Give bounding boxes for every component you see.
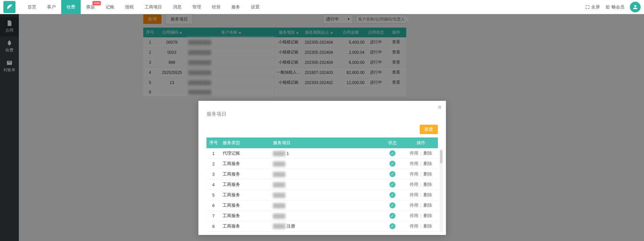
cell-status: ✓ — [381, 169, 404, 179]
col-header: 操作 — [404, 137, 438, 148]
cell-idx: 4 — [206, 179, 221, 190]
cell-proj: ████ — [271, 190, 381, 200]
top-nav: 首页客户收费票据new记账报税工商项目消息管理经营服务设置 全屏 畅会员 — [0, 0, 644, 14]
cell-idx: 3 — [206, 169, 221, 179]
delete-link[interactable]: 删除 — [421, 192, 434, 197]
cell-status: ✓ — [381, 211, 404, 221]
cell-type: 工商服务 — [221, 200, 271, 211]
disable-link[interactable]: 停用 — [408, 213, 420, 218]
disable-link[interactable]: 停用 — [408, 182, 420, 187]
table-row: 8工商服务████ 注册✓停用|删除 — [206, 221, 438, 232]
menu-item-1[interactable]: 客户 — [42, 0, 61, 14]
cell-actions: 停用|删除 — [404, 148, 438, 159]
cell-actions: 停用|删除 — [404, 159, 438, 169]
col-header: 状态 — [381, 137, 404, 148]
disable-link[interactable]: 停用 — [408, 203, 420, 208]
menu-item-5[interactable]: 报税 — [120, 0, 139, 14]
layout: 合同收费对账单 新增 服务项目 进行中 ▼ 序号合同编码客户名称服务项目服务期限… — [0, 14, 644, 241]
check-icon: ✓ — [389, 171, 395, 177]
cell-idx: 7 — [206, 211, 221, 221]
menu-item-6[interactable]: 工商项目 — [139, 0, 167, 14]
delete-link[interactable]: 删除 — [421, 151, 434, 156]
service-project-modal: × 服务项目 新建 序号服务类型服务项目状态操作 1代理记账████ 1✓停用|… — [198, 101, 446, 235]
cell-idx: 5 — [206, 190, 221, 200]
menu-item-10[interactable]: 服务 — [226, 0, 245, 14]
check-icon: ✓ — [389, 150, 395, 156]
delete-link[interactable]: 删除 — [421, 224, 434, 229]
table-row: 7工商服务████✓停用|删除 — [206, 211, 438, 221]
cell-proj: ████ — [271, 200, 381, 211]
cell-idx: 1 — [206, 148, 221, 159]
menu-item-7[interactable]: 消息 — [167, 0, 187, 14]
menu-item-4[interactable]: 记账 — [100, 0, 120, 14]
menu-item-0[interactable]: 首页 — [22, 0, 42, 14]
delete-link[interactable]: 删除 — [421, 203, 434, 208]
service-table: 序号服务类型服务项目状态操作 1代理记账████ 1✓停用|删除2工商服务███… — [206, 137, 438, 232]
table-row: 4工商服务████✓停用|删除 — [206, 179, 438, 190]
cell-status: ✓ — [381, 148, 404, 159]
menu-item-9[interactable]: 经营 — [206, 0, 226, 14]
disable-link[interactable]: 停用 — [408, 224, 420, 229]
table-row: 2工商服务████✓停用|删除 — [206, 159, 438, 169]
cell-type: 工商服务 — [221, 190, 271, 200]
scroll-thumb[interactable] — [440, 150, 443, 163]
cell-type: 工商服务 — [221, 169, 271, 179]
person-icon — [632, 4, 638, 10]
disable-link[interactable]: 停用 — [408, 171, 420, 176]
cell-type: 工商服务 — [221, 179, 271, 190]
delete-link[interactable]: 删除 — [421, 161, 434, 166]
check-icon: ✓ — [389, 161, 395, 167]
modal-table-wrap: 序号服务类型服务项目状态操作 1代理记账████ 1✓停用|删除2工商服务███… — [198, 137, 446, 232]
check-icon: ✓ — [389, 182, 395, 188]
fullscreen-icon — [585, 5, 590, 9]
delete-link[interactable]: 删除 — [421, 182, 434, 187]
cell-status: ✓ — [381, 179, 404, 190]
cell-actions: 停用|删除 — [404, 211, 438, 221]
table-header-row: 序号服务类型服务项目状态操作 — [206, 137, 438, 148]
menu-item-2[interactable]: 收费 — [61, 0, 81, 14]
feather-icon — [6, 3, 13, 11]
app-logo — [3, 1, 15, 13]
topnav-right: 全屏 畅会员 — [585, 2, 641, 12]
modal-close-button[interactable]: × — [438, 104, 442, 111]
cell-actions: 停用|删除 — [404, 200, 438, 211]
cell-proj: ████ — [271, 169, 381, 179]
cell-status: ✓ — [381, 221, 404, 232]
menu-item-3[interactable]: 票据new — [81, 0, 100, 14]
cell-status: ✓ — [381, 190, 404, 200]
cell-idx: 2 — [206, 159, 221, 169]
cell-type: 工商服务 — [221, 211, 271, 221]
modal-new-button[interactable]: 新建 — [420, 125, 438, 134]
cell-type: 代理记账 — [221, 148, 271, 159]
cell-actions: 停用|删除 — [404, 221, 438, 232]
delete-link[interactable]: 删除 — [421, 213, 434, 218]
col-header: 服务项目 — [271, 137, 381, 148]
col-header: 服务类型 — [221, 137, 271, 148]
check-icon: ✓ — [389, 213, 395, 219]
table-row: 1代理记账████ 1✓停用|删除 — [206, 148, 438, 159]
table-row: 6工商服务████✓停用|删除 — [206, 200, 438, 211]
cell-idx: 6 — [206, 200, 221, 211]
col-header: 序号 — [206, 137, 221, 148]
cell-actions: 停用|删除 — [404, 190, 438, 200]
disable-link[interactable]: 停用 — [408, 161, 420, 166]
cell-type: 工商服务 — [221, 221, 271, 232]
menu-item-11[interactable]: 设置 — [245, 0, 265, 14]
user-avatar[interactable] — [630, 2, 641, 12]
check-icon: ✓ — [389, 192, 395, 198]
table-row: 3工商服务████✓停用|删除 — [206, 169, 438, 179]
member-button[interactable]: 畅会员 — [605, 4, 624, 10]
cell-proj: ████ 注册 — [271, 221, 381, 232]
fullscreen-label: 全屏 — [591, 4, 600, 10]
modal-scrollbar[interactable] — [440, 149, 443, 232]
menu-item-8[interactable]: 管理 — [187, 0, 206, 14]
cell-actions: 停用|删除 — [404, 169, 438, 179]
cell-proj: ████ — [271, 159, 381, 169]
check-icon: ✓ — [389, 202, 395, 208]
disable-link[interactable]: 停用 — [408, 192, 420, 197]
play-icon — [605, 5, 610, 9]
cell-proj: ████ 1 — [271, 148, 381, 159]
disable-link[interactable]: 停用 — [408, 151, 420, 156]
fullscreen-button[interactable]: 全屏 — [585, 4, 600, 10]
delete-link[interactable]: 删除 — [421, 171, 434, 176]
